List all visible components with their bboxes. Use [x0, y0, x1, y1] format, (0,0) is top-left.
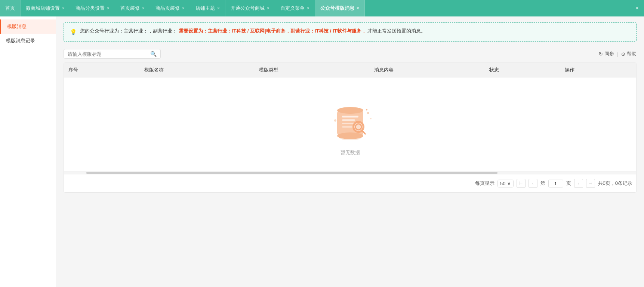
- next-page-button[interactable]: ›: [574, 179, 583, 188]
- tab-close-icon[interactable]: ×: [107, 6, 110, 11]
- toolbar-right: ↻ 同步 | ⊙ 帮助: [599, 51, 637, 57]
- nav-tab-店铺主题[interactable]: 店铺主题×: [190, 0, 225, 16]
- col-header-操作: 操作: [560, 63, 636, 77]
- sync-button[interactable]: ↻ 同步: [599, 51, 614, 57]
- help-button[interactable]: ⊙ 帮助: [621, 51, 637, 57]
- tab-close-icon[interactable]: ×: [217, 6, 220, 11]
- nav-tab-公众号模版消息[interactable]: 公众号模版消息×: [315, 0, 365, 16]
- col-header-序号: 序号: [64, 63, 140, 77]
- page-number-input[interactable]: [548, 180, 563, 187]
- svg-text:✦: ✦: [365, 108, 368, 112]
- col-header-模版名称: 模版名称: [140, 63, 255, 77]
- tab-close-icon[interactable]: ×: [62, 6, 65, 11]
- tab-close-icon[interactable]: ×: [307, 6, 309, 11]
- nav-tab-商品分类设置[interactable]: 商品分类设置×: [70, 0, 115, 16]
- col-header-消息内容: 消息内容: [370, 63, 485, 77]
- nav-tab-自定义菜单[interactable]: 自定义菜单×: [275, 0, 315, 16]
- empty-text: 暂无数据: [341, 149, 360, 156]
- search-input-wrap[interactable]: 🔍: [64, 49, 161, 59]
- svg-point-14: [334, 119, 336, 122]
- main-layout: 模版消息模版消息记录 💡 您的公众号行业为：主营行业：，副营行业： 需要设置为：…: [0, 16, 644, 287]
- sync-label: 同步: [604, 51, 614, 57]
- page-size-dropdown-icon: ∨: [507, 181, 511, 186]
- empty-state: ✦ 暂无数据: [64, 77, 636, 171]
- last-page-button[interactable]: ⊣: [586, 179, 595, 188]
- pagination-row: 每页显示 50 ∨ ⊢ ‹ 第 页 › ⊣ 共0页，0条记录: [64, 174, 636, 192]
- total-label: 共0页，0条记录: [598, 180, 632, 187]
- empty-illustration: ✦: [328, 100, 373, 145]
- nav-tab-商品页装修[interactable]: 商品页装修×: [150, 0, 190, 16]
- sidebar-item-模版消息记录[interactable]: 模版消息记录: [0, 34, 56, 48]
- scrollbar-thumb[interactable]: [86, 172, 497, 174]
- first-page-button[interactable]: ⊢: [517, 179, 526, 188]
- page-size-select[interactable]: 50 ∨: [497, 180, 513, 187]
- page-label: 第: [540, 180, 545, 187]
- search-icon[interactable]: 🔍: [150, 51, 157, 57]
- col-header-模版类型: 模版类型: [255, 63, 370, 77]
- nav-tab-微商城店铺设置[interactable]: 微商城店铺设置×: [21, 0, 70, 16]
- sync-icon: ↻: [599, 51, 603, 57]
- svg-rect-4: [342, 116, 358, 117]
- notice-highlight: 需要设置为：主营行业：IT科技 / 互联网|电子商务，副营行业：IT科技 / I…: [179, 28, 366, 34]
- tab-close-icon[interactable]: ×: [357, 6, 359, 11]
- sidebar-item-模版消息[interactable]: 模版消息: [0, 19, 56, 34]
- top-nav: 首页微商城店铺设置×商品分类设置×首页装修×商品页装修×店铺主题×开通公众号商城…: [0, 0, 644, 16]
- sidebar: 模版消息模版消息记录: [0, 16, 56, 287]
- svg-point-3: [337, 132, 363, 139]
- svg-point-13: [370, 118, 372, 119]
- notice-box: 💡 您的公众号行业为：主营行业：，副营行业： 需要设置为：主营行业：IT科技 /…: [64, 22, 637, 42]
- page-size-label: 每页显示: [475, 180, 494, 187]
- col-header-状态: 状态: [485, 63, 561, 77]
- horizontal-scrollbar[interactable]: [64, 171, 636, 174]
- content-area: 💡 您的公众号行业为：主营行业：，副营行业： 需要设置为：主营行业：IT科技 /…: [56, 16, 644, 287]
- help-icon: ⊙: [621, 51, 625, 57]
- svg-point-2: [337, 107, 363, 114]
- close-all-button[interactable]: ×: [630, 5, 644, 12]
- search-row: 🔍 ↻ 同步 | ⊙ 帮助: [64, 49, 637, 59]
- nav-tab-首页装修[interactable]: 首页装修×: [115, 0, 150, 16]
- divider: |: [617, 51, 618, 57]
- svg-point-12: [367, 112, 369, 114]
- tab-close-icon[interactable]: ×: [142, 6, 145, 11]
- nav-tab-开通公众号商城[interactable]: 开通公众号商城×: [225, 0, 275, 16]
- search-input[interactable]: [68, 51, 150, 57]
- svg-rect-7: [342, 126, 353, 128]
- prev-page-button[interactable]: ‹: [529, 179, 537, 188]
- table-wrap: 序号模版名称模版类型消息内容状态操作: [64, 62, 637, 193]
- notice-text: 您的公众号行业为：主营行业：，副营行业： 需要设置为：主营行业：IT科技 / 互…: [80, 27, 426, 35]
- data-table: 序号模版名称模版类型消息内容状态操作: [64, 63, 636, 171]
- svg-rect-5: [342, 119, 355, 121]
- tab-close-icon[interactable]: ×: [182, 6, 185, 11]
- page-size-value: 50: [500, 181, 505, 186]
- bulb-icon: 💡: [70, 28, 77, 37]
- help-label: 帮助: [627, 51, 637, 57]
- page-unit-label: 页: [566, 180, 571, 187]
- nav-tab-首页[interactable]: 首页: [0, 0, 21, 16]
- tab-close-icon[interactable]: ×: [267, 6, 269, 11]
